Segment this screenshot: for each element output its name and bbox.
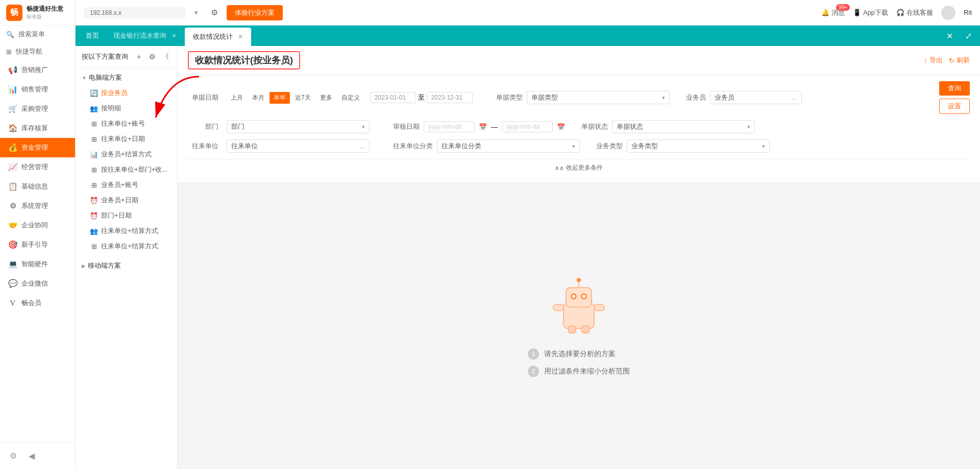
app-download-label: App下载: [863, 8, 888, 17]
scheme-item-by-salesperson[interactable]: 🔄 按业务员: [76, 85, 177, 101]
sidebar-item-cooperation[interactable]: 🤝 企业协同: [0, 216, 75, 235]
mobile-scheme-group-title[interactable]: ▶ 移动端方案: [76, 258, 177, 273]
finance-icon: 💰: [8, 143, 17, 152]
salesperson-more-icon[interactable]: …: [791, 94, 797, 101]
review-date-end-input[interactable]: [502, 121, 553, 132]
scheme-item-partner-settlement2[interactable]: ⊞ 往来单位+结算方式: [76, 239, 177, 254]
sidebar-item-hardware[interactable]: 💻 智能硬件: [0, 254, 75, 274]
step2-text: 用过滤条件来缩小分析范围: [544, 367, 630, 376]
date-start-input[interactable]: [370, 92, 416, 103]
customer-service-btn[interactable]: 🎧 在线客服: [896, 8, 933, 17]
scheme-item-partner-settlement1[interactable]: 👥 往来单位+结算方式: [76, 223, 177, 239]
topbar-dropdown-btn[interactable]: ▾: [190, 7, 202, 19]
by-salesperson-label: 按业务员: [101, 88, 128, 98]
scheme-item-partner-date[interactable]: ⊞ 往来单位+日期: [76, 131, 177, 147]
scheme-settings-btn[interactable]: ⚙: [146, 51, 158, 62]
tab-bank-flow[interactable]: 现金银行流水查询 ✕: [105, 26, 185, 46]
sidebar-item-marketing[interactable]: 📢 营销推广: [0, 60, 75, 80]
collapse-panel-btn[interactable]: 《: [160, 51, 171, 62]
partner-settlement2-label: 往来单位+结算方式: [101, 242, 158, 251]
sidebar-item-wechat[interactable]: 💬 企业微信: [0, 274, 75, 293]
address-text: 192.168.x.x: [90, 9, 121, 16]
sidebar-item-sales[interactable]: 📊 销售管理: [0, 80, 75, 99]
logo-area: 畅 畅捷通好生意 标准版: [0, 0, 75, 26]
sidebar-search-menu[interactable]: 🔍 搜索菜单: [0, 26, 75, 43]
sidebar-item-guide[interactable]: 🎯 新手引导: [0, 235, 75, 254]
hardware-label: 智能硬件: [21, 260, 48, 269]
notification-btn[interactable]: 🔔 消息 99+: [821, 8, 845, 17]
logo-char: 畅: [10, 7, 18, 18]
sidebar-item-operations[interactable]: 📈 经营管理: [0, 157, 75, 177]
sidebar-bottom: ⚙ ◀‌‌: [0, 442, 75, 469]
date-tab-custom[interactable]: 自定义: [337, 92, 364, 104]
add-scheme-btn[interactable]: +: [133, 51, 144, 62]
trial-btn[interactable]: 体验行业方案: [227, 5, 283, 20]
date-tab-this-month[interactable]: 本月: [248, 92, 268, 104]
sidebar-item-finance[interactable]: 💰 资金管理: [0, 138, 75, 157]
sidebar-item-basic[interactable]: 📋 基础信息: [0, 177, 75, 196]
doc-status-dropdown-icon: ▾: [747, 124, 750, 130]
refresh-btn[interactable]: ↻ 刷新: [949, 56, 970, 65]
sidebar-item-member[interactable]: V 畅会员: [0, 293, 75, 313]
scheme-item-by-detail[interactable]: 👥 按明细: [76, 101, 177, 116]
page-title: 收款情况统计(按业务员): [195, 55, 293, 65]
tab-bank-flow-close[interactable]: ✕: [172, 32, 177, 39]
calendar-end-icon[interactable]: 📅: [557, 123, 565, 131]
tab-collection-stat-close[interactable]: ✕: [238, 33, 243, 40]
topbar-right: 🔔 消息 99+ 📱 App下载 🎧 在线客服 Rit: [821, 6, 972, 20]
finance-label: 资金管理: [21, 143, 48, 152]
sidebar-quick-nav[interactable]: ⊞ 快捷导航: [0, 43, 75, 60]
settings-button[interactable]: 设置: [939, 99, 970, 114]
main-area: 192.168.x.x ▾ ⚙ 体验行业方案 🔔 消息 99+ 📱 App下载 …: [76, 0, 980, 469]
partner-category-placeholder: 往来单位分类: [442, 142, 481, 151]
chevron-up-icon: ∧∧: [555, 165, 564, 172]
topbar-gear-btn[interactable]: ⚙: [206, 5, 223, 21]
dept-select[interactable]: 部门 ▾: [227, 120, 370, 133]
tab-collection-stat[interactable]: 收款情况统计 ✕: [185, 28, 251, 46]
scheme-item-dept-date[interactable]: ⏰ 部门+日期: [76, 208, 177, 223]
close-all-tabs-btn[interactable]: ✕: [942, 31, 957, 41]
sidebar-item-inventory[interactable]: 🏠 库存核算: [0, 119, 75, 138]
doc-status-label: 单据状态: [581, 122, 608, 131]
date-tab-last-month[interactable]: 上月: [227, 92, 247, 104]
scheme-item-partner-dept[interactable]: ⊞ 按往来单位+部门+收...: [76, 162, 177, 177]
doc-status-select[interactable]: 单据状态 ▾: [612, 120, 755, 133]
partner-category-select[interactable]: 往来单位分类 ▾: [437, 139, 580, 153]
date-tab-this-year[interactable]: 本年: [270, 92, 290, 104]
sidebar-collapse-btn[interactable]: ◀‌‌: [24, 449, 39, 463]
dept-label: 部门: [188, 122, 218, 131]
collapse-filter-btn[interactable]: ∧∧ 收起更多条件: [188, 159, 970, 176]
user-avatar[interactable]: [941, 6, 955, 20]
biz-type-select[interactable]: 业务类型 ▾: [627, 139, 770, 153]
salesperson-select[interactable]: 业务员 …: [710, 91, 802, 104]
salesperson-account-icon: ⊞: [90, 181, 98, 189]
calendar-start-icon[interactable]: 📅: [479, 123, 487, 131]
expand-tab-btn[interactable]: ⤢: [961, 31, 976, 41]
logo-badge: 标准版: [27, 13, 63, 20]
app-download-btn[interactable]: 📱 App下载: [853, 8, 888, 17]
export-btn[interactable]: ↑ 导出: [924, 56, 943, 65]
date-end-input[interactable]: [427, 92, 473, 103]
desktop-scheme-group-title[interactable]: ▼ 电脑端方案: [76, 70, 177, 85]
sidebar-item-system[interactable]: ⚙ 系统管理: [0, 196, 75, 216]
date-tab-7days[interactable]: 近7天: [291, 92, 315, 104]
doc-status-group: 单据状态 单据状态 ▾: [581, 120, 755, 133]
date-tab-more[interactable]: 更多: [316, 92, 336, 104]
query-button[interactable]: 查询: [939, 81, 970, 96]
scheme-item-salesperson-date[interactable]: ⏰ 业务员+日期: [76, 193, 177, 208]
sidebar-item-purchase[interactable]: 🛒 采购管理: [0, 99, 75, 119]
doc-type-select[interactable]: 单据类型 ▾: [527, 91, 670, 104]
tab-home[interactable]: 首页: [80, 26, 105, 46]
refresh-label: 刷新: [957, 56, 970, 65]
scheme-item-salesperson-settlement[interactable]: 📊 业务员+结算方式: [76, 147, 177, 162]
partner-more-btn[interactable]: ...: [360, 143, 365, 150]
scheme-item-partner-account[interactable]: ⊞ 往来单位+账号: [76, 116, 177, 131]
headset-icon: 🎧: [896, 9, 904, 16]
partner-select[interactable]: 往来单位 ...: [227, 139, 370, 153]
review-date-start-input[interactable]: [424, 121, 475, 132]
scheme-item-salesperson-account[interactable]: ⊞ 业务员+账号: [76, 177, 177, 193]
sidebar-settings-btn[interactable]: ⚙: [6, 449, 20, 463]
partner-dept-icon: ⊞: [90, 166, 98, 174]
salesperson-placeholder: 业务员: [715, 93, 734, 102]
left-panel-header: 按以下方案查询 + ⚙ 《: [76, 46, 177, 68]
